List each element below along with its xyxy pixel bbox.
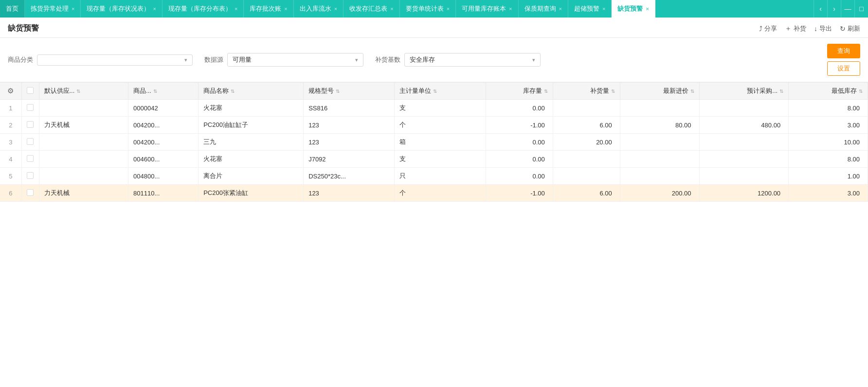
product-name-sort-icon: ⇅ [231, 88, 235, 94]
th-unit[interactable]: 主计量单位 ⇅ [395, 83, 486, 100]
row-index: 4 [0, 151, 21, 168]
tab-available[interactable]: 可用量库存账本 × [456, 0, 518, 18]
th-checkbox[interactable] [21, 83, 39, 100]
table-row[interactable]: 4 004600... 火花塞 J7092 支 0.00 8.00 [0, 151, 868, 168]
th-est-purchase[interactable]: 预计采购... ⇅ [699, 83, 789, 100]
tab-maximize-btn[interactable]: □ [854, 0, 868, 18]
replenish-base-select[interactable]: 安全库存 ▾ [404, 53, 541, 67]
close-requisition-tab[interactable]: × [447, 6, 450, 12]
replenish-button[interactable]: ＋ 补货 [785, 24, 806, 33]
tab-batch[interactable]: 库存批次账 × [244, 0, 293, 18]
row-spec: 123 [304, 117, 395, 134]
row-select-checkbox[interactable] [27, 189, 34, 196]
tab-home[interactable]: 首页 [0, 0, 25, 18]
th-stock[interactable]: 库存量 ⇅ [486, 83, 553, 100]
table-container: ⚙ 默认供应... ⇅ 商品... ⇅ [0, 82, 868, 202]
row-replenish: 20.00 [553, 134, 620, 151]
query-button[interactable]: 查询 [827, 44, 860, 58]
tab-expiry[interactable]: 保质期查询 × [519, 0, 568, 18]
row-checkbox[interactable] [21, 151, 39, 168]
tab-prev-btn[interactable]: ‹ [814, 0, 827, 18]
tab-exception[interactable]: 拣货异常处理 × [25, 0, 81, 18]
gear-icon[interactable]: ⚙ [5, 87, 17, 95]
row-index: 5 [0, 168, 21, 185]
settings-button[interactable]: 设置 [827, 61, 860, 76]
tab-stock-dist[interactable]: 现存量（库存分布表） × [163, 0, 244, 18]
tab-collect[interactable]: 收发存汇总表 × [344, 0, 399, 18]
row-unit: 个 [395, 185, 486, 202]
category-select[interactable]: ▾ [37, 54, 193, 66]
replenish-base-value: 安全库存 [410, 55, 435, 64]
row-stock: -1.00 [486, 117, 553, 134]
table-row[interactable]: 3 004200... 三九 123 箱 0.00 20.00 10.00 [0, 134, 868, 151]
row-est-purchase [699, 151, 789, 168]
row-stock: 0.00 [486, 168, 553, 185]
page-title: 缺货预警 [8, 23, 39, 34]
row-select-checkbox[interactable] [27, 138, 34, 145]
close-exception-tab[interactable]: × [72, 6, 74, 12]
th-product-name[interactable]: 商品名称 ⇅ [199, 83, 304, 100]
table-row[interactable]: 2 力天机械 004200... PC200油缸缸子 123 个 -1.00 6… [0, 117, 868, 134]
tab-minimize-btn[interactable]: — [841, 0, 854, 18]
row-checkbox[interactable] [21, 185, 39, 202]
page-container: 缺货预警 ⤴ 分享 ＋ 补货 ↓ 导出 ↻ 刷新 商品分类 [0, 18, 868, 387]
est-purchase-sort-icon: ⇅ [779, 88, 783, 94]
th-replenish[interactable]: 补货量 ⇅ [553, 83, 620, 100]
select-all-checkbox[interactable] [27, 87, 34, 94]
row-checkbox[interactable] [21, 168, 39, 185]
row-select-checkbox[interactable] [27, 172, 34, 179]
product-code-sort-icon: ⇅ [153, 88, 157, 94]
refresh-button[interactable]: ↻ 刷新 [840, 24, 860, 33]
row-product-code: 801110... [128, 185, 199, 202]
table-row[interactable]: 1 0000042 火花塞 SS816 支 0.00 8.00 [0, 100, 868, 117]
row-spec: SS816 [304, 100, 395, 117]
close-available-tab[interactable]: × [509, 6, 512, 12]
close-expiry-tab[interactable]: × [559, 6, 562, 12]
supplier-sort-icon: ⇅ [76, 88, 80, 94]
close-overstock-tab[interactable]: × [602, 6, 605, 12]
row-product-name: 火花塞 [199, 100, 304, 117]
row-index: 6 [0, 185, 21, 202]
close-collect-tab[interactable]: × [390, 6, 393, 12]
export-button[interactable]: ↓ 导出 [814, 24, 832, 33]
row-replenish [553, 151, 620, 168]
row-checkbox[interactable] [21, 100, 39, 117]
close-stock-status-tab[interactable]: × [153, 6, 156, 12]
tab-overstock[interactable]: 超储预警 × [568, 0, 612, 18]
tab-next-btn[interactable]: › [827, 0, 841, 18]
tab-inout[interactable]: 出入库流水 × [294, 0, 344, 18]
datasource-filter-group: 数据源 可用量 ▾ [204, 53, 363, 67]
replenish-base-label: 补货基数 [375, 55, 400, 64]
close-stock-dist-tab[interactable]: × [235, 6, 237, 12]
row-stock: 0.00 [486, 134, 553, 151]
close-shortage-tab[interactable]: × [646, 6, 649, 12]
row-checkbox[interactable] [21, 117, 39, 134]
tab-shortage[interactable]: 缺货预警 × [612, 0, 655, 18]
row-min-stock: 3.00 [789, 185, 868, 202]
table-row[interactable]: 6 力天机械 801110... PC200张紧油缸 123 个 -1.00 6… [0, 185, 868, 202]
row-est-purchase [699, 100, 789, 117]
row-select-checkbox[interactable] [27, 104, 34, 111]
th-latest-price[interactable]: 最新进价 ⇅ [620, 83, 699, 100]
row-select-checkbox[interactable] [27, 121, 34, 128]
th-spec[interactable]: 规格型号 ⇅ [304, 83, 395, 100]
row-select-checkbox[interactable] [27, 155, 34, 162]
datasource-select[interactable]: 可用量 ▾ [227, 53, 363, 67]
row-replenish: 6.00 [553, 117, 620, 134]
tab-stock-status[interactable]: 现存量（库存状况表） × [81, 0, 162, 18]
th-min-stock[interactable]: 最低库存 ⇅ [789, 83, 868, 100]
tab-requisition[interactable]: 要货单统计表 × [400, 0, 456, 18]
row-checkbox[interactable] [21, 134, 39, 151]
row-index: 1 [0, 100, 21, 117]
close-batch-tab[interactable]: × [284, 6, 287, 12]
close-inout-tab[interactable]: × [334, 6, 337, 12]
row-latest-price [620, 168, 699, 185]
row-latest-price [620, 134, 699, 151]
table-row[interactable]: 5 004800... 离合片 DS250*23c... 只 0.00 1.00 [0, 168, 868, 185]
th-product-code[interactable]: 商品... ⇅ [128, 83, 199, 100]
share-button[interactable]: ⤴ 分享 [759, 24, 777, 33]
category-filter-group: 商品分类 ▾ [8, 54, 193, 66]
datasource-chevron-icon: ▾ [355, 57, 358, 63]
th-supplier[interactable]: 默认供应... ⇅ [39, 83, 128, 100]
th-gear[interactable]: ⚙ [0, 83, 21, 100]
